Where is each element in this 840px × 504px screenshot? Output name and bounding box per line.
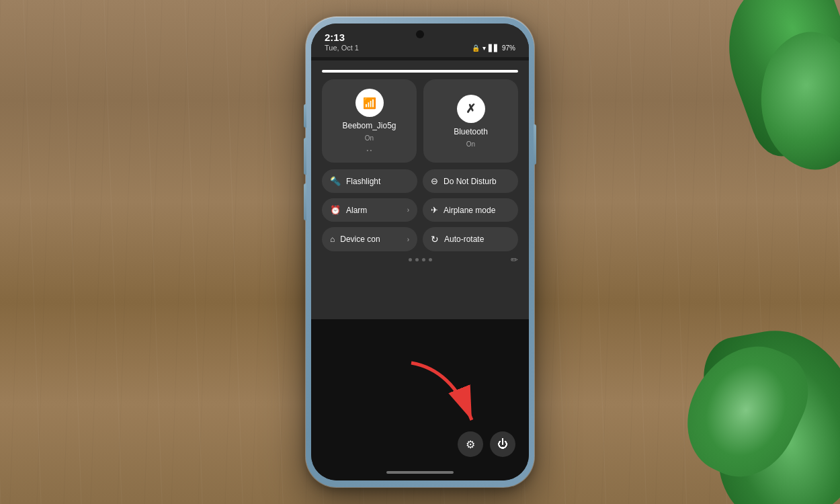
pagination-row: ✏	[322, 258, 518, 261]
phone-device: 2:13 Tue, Oct 1 🔒 ▾ ▋▋ 97% 📶	[306, 17, 534, 487]
brightness-slider[interactable]	[322, 70, 518, 73]
dot-3	[422, 258, 425, 261]
bottom-actions-area: ⚙ ⏻	[311, 319, 529, 480]
battery-percent: 97%	[502, 44, 515, 52]
home-indicator[interactable]	[386, 471, 454, 474]
volume-up-button[interactable]	[304, 138, 306, 175]
wifi-icon-circle: 📶	[355, 89, 384, 117]
alarm-icon: ⏰	[330, 205, 341, 215]
auto-rotate-button[interactable]: ↻ Auto-rotate	[423, 227, 518, 251]
flashlight-label: Flashlight	[346, 177, 409, 186]
do-not-disturb-icon: ⊖	[431, 176, 438, 186]
top-tiles-row: 📶 Beebom_Jio5g On • • ✗ Bluetooth On	[322, 79, 518, 163]
status-time: 2:13	[325, 32, 359, 43]
wifi-dots: • •	[367, 147, 372, 153]
status-left: 2:13 Tue, Oct 1	[325, 32, 359, 52]
signal-icon: ▋▋	[489, 44, 499, 52]
device-controls-label: Device con	[340, 235, 401, 244]
toggle-row-3: ⌂ Device con › ↻ Auto-rotate	[322, 227, 518, 251]
dot-4	[429, 258, 432, 261]
bluetooth-icon-circle: ✗	[457, 95, 485, 123]
do-not-disturb-button[interactable]: ⊖ Do Not Disturb	[423, 169, 518, 193]
leaf-top-right	[706, 0, 840, 202]
brightness-area[interactable]	[322, 70, 518, 73]
dot-2	[415, 258, 419, 261]
do-not-disturb-label: Do Not Disturb	[444, 177, 510, 186]
silent-switch[interactable]	[304, 104, 306, 128]
power-button[interactable]	[534, 124, 536, 165]
dot-1	[409, 258, 412, 261]
device-controls-icon: ⌂	[330, 235, 335, 244]
alarm-arrow-icon: ›	[407, 206, 409, 214]
airplane-icon: ✈	[431, 205, 438, 215]
status-bar: 2:13 Tue, Oct 1 🔒 ▾ ▋▋ 97%	[311, 24, 529, 57]
device-controls-button[interactable]: ⌂ Device con ›	[322, 227, 417, 251]
device-controls-arrow-icon: ›	[407, 236, 409, 243]
power-icon: ⏻	[497, 438, 508, 450]
wifi-tile[interactable]: 📶 Beebom_Jio5g On • •	[322, 79, 417, 163]
bluetooth-tile[interactable]: ✗ Bluetooth On	[423, 79, 518, 163]
leaf-bottom-right	[672, 302, 840, 504]
airplane-mode-button[interactable]: ✈ Airplane mode	[423, 198, 518, 222]
screen-lock-icon: 🔒	[472, 44, 480, 52]
auto-rotate-label: Auto-rotate	[444, 235, 510, 244]
wifi-icon: 📶	[363, 97, 376, 110]
bluetooth-subtitle: On	[466, 140, 475, 148]
bluetooth-title: Bluetooth	[454, 127, 488, 136]
airplane-label: Airplane mode	[444, 206, 510, 215]
wifi-subtitle: On	[365, 134, 374, 142]
flashlight-icon: 🔦	[330, 176, 341, 186]
front-camera	[416, 30, 424, 38]
bluetooth-icon: ✗	[466, 101, 476, 116]
alarm-button[interactable]: ⏰ Alarm ›	[322, 198, 417, 222]
toggle-row-2: ⏰ Alarm › ✈ Airplane mode	[322, 198, 518, 222]
power-off-button[interactable]: ⏻	[490, 431, 515, 457]
alarm-label: Alarm	[346, 206, 402, 215]
wifi-status-icon: ▾	[482, 44, 486, 52]
edit-icon[interactable]: ✏	[511, 255, 518, 265]
flashlight-button[interactable]: 🔦 Flashlight	[322, 169, 417, 193]
toggle-row-1: 🔦 Flashlight ⊖ Do Not Disturb	[322, 169, 518, 193]
status-date: Tue, Oct 1	[325, 44, 359, 52]
toggle-grid: 🔦 Flashlight ⊖ Do Not Disturb ⏰ Alarm ›	[322, 169, 518, 251]
status-right: 🔒 ▾ ▋▋ 97%	[472, 44, 515, 52]
quick-settings-panel: 📶 Beebom_Jio5g On • • ✗ Bluetooth On	[311, 60, 529, 480]
pagination-dots	[409, 258, 432, 261]
volume-down-button[interactable]	[304, 183, 306, 220]
phone-screen: 2:13 Tue, Oct 1 🔒 ▾ ▋▋ 97% 📶	[311, 24, 529, 480]
red-arrow	[398, 356, 492, 444]
auto-rotate-icon: ↻	[431, 234, 439, 245]
wifi-title: Beebom_Jio5g	[342, 121, 396, 130]
